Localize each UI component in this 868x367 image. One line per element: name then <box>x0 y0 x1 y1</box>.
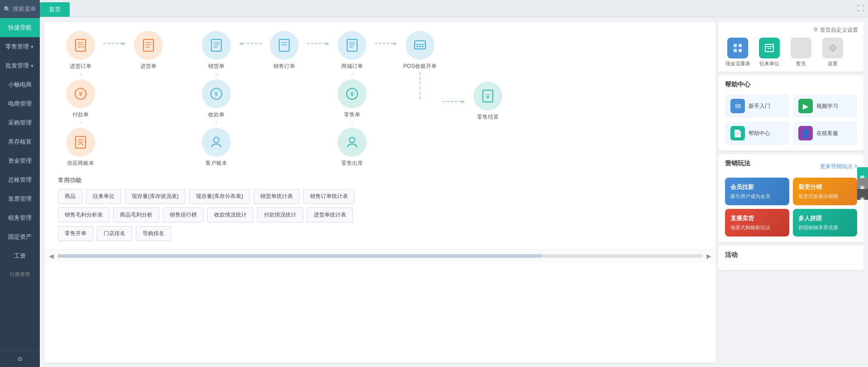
main-area: 首页 ⛶ 进货订单 <box>40 0 868 367</box>
float-btn-community[interactable]: 服务社区 <box>857 178 868 189</box>
sidebar-item-funds[interactable]: 资金管理 <box>0 151 40 170</box>
tab-bar: 首页 ⛶ <box>40 0 868 17</box>
svg-rect-13 <box>211 39 221 51</box>
flow-node-purchase[interactable]: 进货单 <box>126 31 171 70</box>
func-btn-sales-stat[interactable]: 销货单统计表 <box>253 189 300 204</box>
func-btn-sales-order-stat[interactable]: 销售订单统计表 <box>303 189 355 204</box>
video-icon: ▶ <box>798 99 813 113</box>
svg-rect-37 <box>734 44 737 47</box>
support-icon: 👤 <box>798 126 813 140</box>
flow-node-customer-ledger[interactable]: 客户账本 <box>194 128 239 167</box>
scroll-right-arrow[interactable]: ▶ <box>706 252 711 260</box>
func-row-1: 商品 往来单位 现存量(库存状况表) 现存量(库存分布表) 销货单统计表 销售订… <box>58 189 702 204</box>
search-icon: 🔍 <box>4 6 11 13</box>
fullscreen-button[interactable]: ⛶ <box>854 3 868 14</box>
node-col-retail-settle: ¥ 零售结算 <box>465 82 510 121</box>
workflow-section: 进货订单 ↓ ¥ 付款单 ↓ <box>44 22 716 172</box>
sidebar-item-ledger[interactable]: 总账管理 <box>0 170 40 189</box>
svg-rect-34 <box>422 46 424 47</box>
group-card-subtitle: 拼团购物享受优惠 <box>798 224 852 231</box>
flow-node-receipt[interactable]: ¥ 收款单 <box>194 79 239 119</box>
svg-rect-41 <box>765 44 773 52</box>
marketing-header: 营销玩法 更多营销玩法 > <box>725 159 857 173</box>
tab-home[interactable]: 首页 <box>40 2 70 17</box>
node-col-sales-order: 销售订单 <box>262 31 307 70</box>
empty-label: 暂无 <box>796 60 806 67</box>
func-btn-receipt-stat[interactable]: 收款情况统计 <box>207 208 253 222</box>
func-btn-purchase-stat[interactable]: 进货单统计表 <box>307 208 353 222</box>
common-functions-section: 常用功能 商品 往来单位 现存量(库存状况表) 现存量(库存分布表) 销货单统计… <box>44 172 716 249</box>
func-btn-stock1[interactable]: 现存量(库存状况表) <box>125 189 186 204</box>
float-btn-desktop[interactable]: 桌面快捷 <box>857 189 868 200</box>
func-btn-guide-rank[interactable]: 导购排名 <box>136 226 171 241</box>
flow-node-supplier-ledger[interactable]: 供应商账本 <box>58 128 103 167</box>
quick-icon-empty[interactable]: 暂无 <box>787 38 815 67</box>
marketing-card-member[interactable]: 会员拉新 吸引用户成为会员 <box>725 178 789 205</box>
video-label: 视频学习 <box>816 102 838 110</box>
member-card-title: 会员拉新 <box>730 183 784 191</box>
marketing-card-live[interactable]: 直播卖货 场景式购物新玩法 <box>725 209 789 237</box>
sidebar-item-retail[interactable]: 零售管理▼ <box>0 37 40 56</box>
marketing-card-group[interactable]: 多人拼团 拼团购物享受优惠 <box>793 209 857 237</box>
svg-point-29 <box>349 137 355 143</box>
help-item-beginner[interactable]: ✉ 新手入门 <box>725 94 789 118</box>
sidebar-item-ecom-small[interactable]: 小畅电商 <box>0 75 40 94</box>
member-card-subtitle: 吸引用户成为会员 <box>730 193 784 200</box>
flow-node-purchase-order[interactable]: 进货订单 <box>58 31 103 70</box>
fission-card-title: 裂变分销 <box>798 183 852 191</box>
sidebar-item-admin[interactable]: 行政管理 <box>0 266 40 283</box>
flow-node-pos[interactable]: POS收银开单 <box>397 31 443 70</box>
svg-rect-6 <box>76 136 86 148</box>
flow-node-sales[interactable]: 销货单 <box>194 31 239 70</box>
flow-node-retail-out[interactable]: 零售出库 <box>329 128 375 167</box>
flow-node-sales-order[interactable]: 销售订单 <box>262 31 307 70</box>
help-item-video[interactable]: ▶ 视频学习 <box>793 94 857 118</box>
marketing-card-fission[interactable]: 裂变分销 裂变式发展分销商 <box>793 178 857 205</box>
sidebar-quicknav[interactable]: 快捷导航 <box>0 18 40 37</box>
sidebar-quicknav-label: 快捷导航 <box>8 24 32 32</box>
flow-node-shop-order[interactable]: 商城订单 <box>329 31 375 70</box>
func-btn-ranking[interactable]: 销售排行榜 <box>163 208 204 222</box>
sidebar-item-purchase[interactable]: 采购管理 <box>0 113 40 132</box>
sidebar-search[interactable]: 🔍 搜索菜单 <box>0 0 40 18</box>
sidebar-item-salary[interactable]: 工资 <box>0 246 40 266</box>
sidebar-item-wholesale[interactable]: 批发管理▼ <box>0 56 40 75</box>
func-btn-profit1[interactable]: 销售毛利分析表 <box>58 208 110 222</box>
func-btn-profit2[interactable]: 商品毛利分析 <box>113 208 159 222</box>
more-marketing-link[interactable]: 更多营销玩法 > <box>820 163 857 170</box>
sidebar-settings-button[interactable]: ⚙ <box>0 351 40 367</box>
svg-rect-32 <box>416 46 418 47</box>
scroll-track[interactable] <box>57 254 703 258</box>
float-buttons: 客服热线 服务社区 桌面快捷 <box>857 167 868 200</box>
activity-title: 活动 <box>725 251 857 259</box>
func-btn-counterpart[interactable]: 往来单位 <box>86 189 121 204</box>
sidebar-item-invoice[interactable]: 发票管理 <box>0 189 40 208</box>
func-btn-goods[interactable]: 商品 <box>58 189 82 204</box>
flow-node-payment[interactable]: ¥ 付款单 <box>58 79 103 119</box>
quick-icon-counterpart[interactable]: 往来单位 <box>756 38 783 67</box>
sidebar-item-inventory[interactable]: 库存核算 <box>0 132 40 151</box>
svg-point-19 <box>214 137 219 143</box>
support-label: 在线客服 <box>816 130 838 137</box>
help-item-helpcenter[interactable]: 📄 帮助中心 <box>725 121 789 145</box>
flow-node-retail-order[interactable]: ¥ 零售单 <box>329 79 375 119</box>
flow-node-retail-settle[interactable]: ¥ 零售结算 <box>465 82 510 121</box>
sidebar: 🔍 搜索菜单 快捷导航 零售管理▼ 批发管理▼ 小畅电商 电商管理 采购管理 库… <box>0 0 40 367</box>
scroll-thumb <box>57 254 542 258</box>
svg-text:¥: ¥ <box>214 90 218 97</box>
func-btn-retail-open[interactable]: 零售开单 <box>58 226 93 241</box>
sidebar-item-tax[interactable]: 税务管理 <box>0 208 40 227</box>
float-btn-support[interactable]: 客服热线 <box>857 167 868 178</box>
func-btn-stock2[interactable]: 现存量(库存分布表) <box>189 189 250 204</box>
func-btn-store-rank[interactable]: 门店排名 <box>97 226 132 241</box>
sidebar-item-assets[interactable]: 固定资产 <box>0 227 40 246</box>
sidebar-item-ecom[interactable]: 电商管理 <box>0 94 40 113</box>
quick-icon-settings[interactable]: ⚙ 设置 <box>819 38 846 67</box>
homepage-settings-label[interactable]: 首页自定义设置 <box>820 26 858 34</box>
help-item-support[interactable]: 👤 在线客服 <box>793 121 857 145</box>
func-btn-payment-stat[interactable]: 付款情况统计 <box>257 208 303 222</box>
quick-icon-cashflow[interactable]: 现金流量表 <box>724 38 751 67</box>
gear-icon: ⚙ <box>813 26 818 34</box>
svg-text:¥: ¥ <box>78 90 82 97</box>
scroll-left-arrow[interactable]: ◀ <box>49 252 54 260</box>
